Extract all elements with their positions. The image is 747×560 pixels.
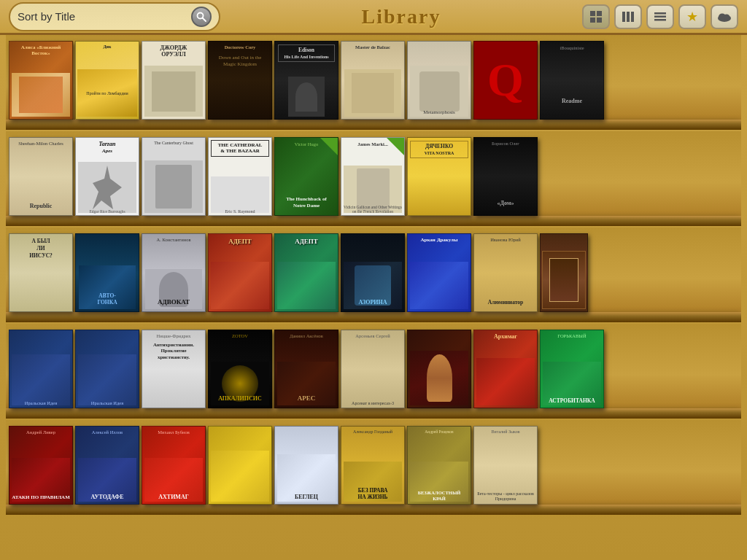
book-metamorphosis[interactable]: Metamorphosis (407, 41, 471, 120)
column-view-button[interactable] (614, 4, 642, 29)
svg-rect-10 (654, 15, 666, 18)
book-Q[interactable]: Q (473, 41, 538, 120)
svg-rect-4 (590, 18, 595, 23)
bookshelf: Алиса «Ближний Восток» Дик Пройти по Лом… (0, 35, 747, 560)
toolbar-right: ★ (582, 4, 738, 29)
book-ataki[interactable]: Андрей Ливер АТАКИ ПО ПРАВИЛАМ (9, 426, 73, 505)
list-view-button[interactable] (646, 4, 674, 29)
book-bezhalostny[interactable]: Андрей Рощеков БЕЗЖАЛОСТНЫЙКРАЙ (407, 426, 471, 505)
book-readme[interactable]: iBouquiniste Readme (540, 41, 604, 120)
svg-rect-7 (627, 12, 630, 22)
book-alice[interactable]: Алиса «Ближний Восток» (9, 41, 73, 120)
book-hunchback[interactable]: Victor Hugo The Hunchback ofNotre Dame (274, 137, 338, 216)
shelf-3: А БЫЛЛИИИСУС? АВТО-ГОНКА А. Константинов… (6, 228, 741, 322)
book-doctorow[interactable]: Doctorow Cory Down and Out in the Magic … (208, 41, 272, 120)
svg-rect-8 (631, 12, 634, 22)
book-akhtimag[interactable]: Михаил Бубнов АХТИМАГ (142, 426, 206, 505)
svg-point-14 (724, 14, 729, 19)
shelf-3-books: А БЫЛЛИИИСУС? АВТО-ГОНКА А. Константинов… (6, 228, 741, 312)
book-orwell[interactable]: ДЖОРДЖОРУЭЛЛ (142, 41, 206, 120)
search-input[interactable] (18, 10, 188, 23)
book-advokat[interactable]: А. Константинов АДВОКАТ (142, 233, 206, 312)
shelf-5-books: Андрей Ливер АТАКИ ПО ПРАВИЛАМ Алексей И… (6, 420, 741, 505)
book-dick[interactable]: Дик Пройти по Ломбардии (75, 41, 139, 120)
shelf-4: Иральская Идея Иральская Идея Ницше-Фрид… (6, 324, 741, 419)
book-canterbury[interactable]: The Canterbury Ghost (142, 137, 206, 216)
shelf-2: Sheehan-Milon Charles Republic TarzanApe… (6, 131, 741, 226)
svg-rect-6 (622, 12, 625, 22)
svg-rect-11 (654, 19, 666, 21)
book-azorina[interactable]: АЗОРИНА (341, 233, 405, 312)
book-arkan[interactable]: Аркан Дракулы (407, 233, 471, 312)
book-vidicin[interactable]: James Marki... Vidicin Gallicun and Othe… (341, 137, 405, 216)
book-balzac[interactable]: Master de Balzac (341, 41, 405, 120)
book-adept1[interactable]: АДЕПТ (208, 233, 272, 312)
app-container: Library ★ (0, 0, 747, 560)
book-cathedral-bazaar[interactable]: THE CATHEDRAL& THE BAZAAR Eric S. Raymon… (208, 137, 272, 216)
book-bez-prava[interactable]: Александр Голданый БЕЗ ПРАВАНА ЖИЗНЬ (341, 426, 405, 505)
book-arsenat[interactable]: Арсеньев Сергей Арсенат в интересах-3 (341, 330, 405, 408)
book-autogonka[interactable]: АВТО-ГОНКА (75, 233, 139, 312)
book-beta-testy[interactable]: Виталий Зыков Бета-тесторы - цикл расска… (473, 426, 538, 505)
grid-view-button[interactable] (582, 4, 610, 29)
book-beglez[interactable]: БЕГЛЕЦ (274, 426, 338, 505)
book-archmage[interactable]: Архимаг (473, 330, 538, 408)
book-astrobitanka[interactable]: ГОРЬКАВЫЙ АСТРОБИТАНКА (540, 330, 604, 408)
svg-rect-9 (654, 12, 666, 15)
book-antichristianin[interactable]: Ницше-Фридрих Антихристианин.Проклятиехр… (142, 330, 206, 408)
shelf-5: Андрей Ливер АТАКИ ПО ПРАВИЛАМ Алексей И… (6, 420, 741, 515)
cloud-button[interactable] (711, 4, 738, 29)
book-iralskaya2[interactable]: Иральская Идея (75, 330, 139, 408)
book-unknown-spine[interactable] (540, 233, 588, 312)
library-title: Library (362, 5, 441, 28)
shelf-1: Алиса «Ближний Восток» Дик Пройти по Лом… (6, 35, 741, 130)
svg-rect-3 (597, 11, 602, 16)
book-edison[interactable]: EdisonHis Life And Inventions (274, 41, 338, 120)
book-adept2[interactable]: АДЕПТ (274, 233, 338, 312)
book-ares[interactable]: Даниил Аксёнов АРЕС (274, 330, 338, 408)
book-dom[interactable]: Борисов Олег «Дом» (473, 137, 538, 216)
shelf-4-books: Иральская Идея Иральская Идея Ницше-Фрид… (6, 324, 741, 408)
book-dyachenko[interactable]: ДЯЧЕНКОVITA NOSTRA (407, 137, 471, 216)
svg-line-1 (203, 18, 206, 21)
favorites-button[interactable]: ★ (678, 4, 706, 29)
book-republic[interactable]: Sheehan-Milon Charles Republic (9, 137, 73, 216)
book-yellow3[interactable] (208, 426, 272, 505)
shelf-2-books: Sheehan-Milon Charles Republic TarzanApe… (6, 131, 741, 216)
search-button[interactable] (191, 7, 212, 27)
book-iisus[interactable]: А БЫЛЛИИИСУС? (9, 233, 73, 312)
shelf-1-books: Алиса «Ближний Восток» Дик Пройти по Лом… (6, 35, 741, 120)
book-tarzan[interactable]: TarzanApes Edgar Rice Burroughs (75, 137, 139, 216)
book-iralskaya1[interactable]: Иральская Идея (9, 330, 73, 408)
svg-rect-2 (590, 11, 595, 16)
book-autodafe[interactable]: Алексей Иллов АУТОДАФЕ (75, 426, 139, 505)
search-bar[interactable] (9, 2, 220, 31)
header: Library ★ (0, 0, 747, 35)
svg-rect-5 (597, 18, 602, 23)
book-redhead[interactable] (407, 330, 471, 408)
book-aluminator[interactable]: Иванова Юрий Алюминиатор (473, 233, 538, 312)
book-apocalypse[interactable]: ZOTOV АПКАЛИПСИС (208, 330, 272, 408)
